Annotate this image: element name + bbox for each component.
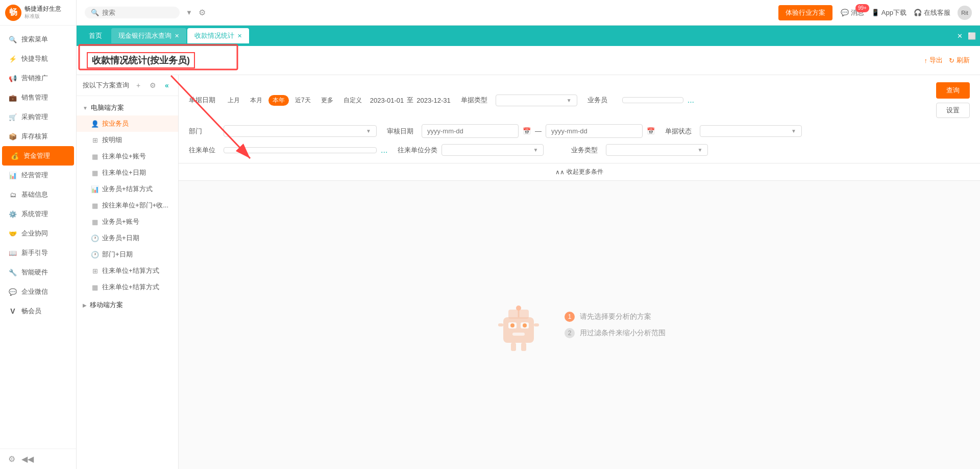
- svg-rect-0: [503, 317, 534, 343]
- sidebar-item-sales[interactable]: 💼 销售管理: [0, 88, 76, 107]
- doc-status-arrow: ▼: [791, 128, 796, 134]
- dept-date-icon: 🕐: [91, 250, 99, 259]
- sidebar-item-marketing[interactable]: 📢 营销推广: [0, 68, 76, 88]
- plan-item-salesperson-method[interactable]: 📊 业务员+结算方式: [77, 181, 178, 197]
- vendor-more-button[interactable]: ...: [381, 146, 387, 155]
- topbar-search-box[interactable]: 🔍: [85, 7, 180, 18]
- topbar-settings-icon[interactable]: ⚙: [199, 8, 206, 17]
- collapse-sidebar-icon[interactable]: ◀◀: [21, 454, 34, 464]
- date-tab-custom[interactable]: 自定义: [339, 95, 366, 106]
- collapse-bar[interactable]: ∧∧ 收起更多条件: [179, 163, 980, 181]
- tab-home[interactable]: 首页: [81, 28, 110, 43]
- doc-status-select[interactable]: ▼: [700, 125, 802, 137]
- date-tab-this-year[interactable]: 本年: [268, 95, 289, 106]
- plan-item-dept-date[interactable]: 🕐 部门+日期: [77, 246, 178, 263]
- plan-group-desktop-title[interactable]: ▼ 电脑端方案: [77, 100, 178, 115]
- trial-button[interactable]: 体验行业方案: [778, 5, 832, 20]
- tab-close-collection-stat[interactable]: ✕: [237, 33, 242, 39]
- audit-date-to[interactable]: [546, 124, 643, 138]
- doc-type-select[interactable]: ▼: [496, 95, 577, 106]
- sales-icon: 💼: [8, 93, 17, 102]
- add-plan-button[interactable]: +: [133, 80, 143, 90]
- sidebar-item-system[interactable]: ⚙️ 系统管理: [0, 204, 76, 224]
- sidebar-item-quick-nav[interactable]: ⚡ 快捷导航: [0, 49, 76, 68]
- svg-point-4: [523, 323, 527, 327]
- filter-buttons: 查询 设置: [936, 82, 970, 118]
- date-tab-last-month[interactable]: 上月: [224, 95, 244, 106]
- vendor-cat-select[interactable]: ▼: [442, 144, 544, 156]
- biz-type-arrow: ▼: [697, 147, 702, 153]
- export-button[interactable]: ↑ 导出: [924, 56, 943, 65]
- app-download-button[interactable]: 📱 App下载: [871, 8, 906, 17]
- plan-item-by-detail[interactable]: ⊞ 按明细: [77, 132, 178, 148]
- plan-group-mobile: ▶ 移动端方案: [77, 297, 178, 313]
- refresh-button[interactable]: ↻ 刷新: [949, 56, 970, 65]
- topbar-dropdown-icon[interactable]: ▼: [186, 9, 192, 16]
- salesperson-select[interactable]: [622, 97, 683, 103]
- tab-collection-stat[interactable]: 收款情况统计 ✕: [187, 28, 249, 43]
- tab-maximize-icon[interactable]: ⬜: [968, 32, 976, 40]
- sidebar-item-purchase[interactable]: 🛒 采购管理: [0, 107, 76, 127]
- plan-item-salesperson-account[interactable]: ▦ 业务员+账号: [77, 214, 178, 230]
- salesperson-more-button[interactable]: ...: [688, 96, 694, 105]
- setting-button[interactable]: 设置: [936, 103, 970, 118]
- finance-icon: 💰: [10, 151, 19, 160]
- filter-row-2: 部门 ▼ 审核日期 📅 — 📅: [189, 124, 970, 138]
- dept-select[interactable]: ▼: [224, 125, 377, 137]
- topbar-right: 体验行业方案 💬 消息 99+ 📱 App下载 🎧 在线客服 Rit: [778, 5, 972, 20]
- sidebar-item-search-menu[interactable]: 🔍 搜索菜单: [0, 30, 76, 49]
- sidebar-item-hardware[interactable]: 🔧 智能硬件: [0, 263, 76, 282]
- filter-area: 单据日期 上月 本月 本年 近7天 更多 自定义 2023-01-01 至: [179, 75, 980, 163]
- date-tab-this-month[interactable]: 本月: [246, 95, 266, 106]
- filter-biz-type-item: 业务类型 ▼: [571, 144, 734, 156]
- date-tab-more[interactable]: 更多: [317, 95, 337, 106]
- svg-rect-8: [511, 343, 516, 351]
- filter-salesperson-item: 业务员 ...: [587, 96, 694, 105]
- audit-date-from-cal-icon[interactable]: 📅: [523, 127, 531, 135]
- sidebar-item-vip[interactable]: V 畅会员: [0, 301, 76, 321]
- tab-close-all-icon[interactable]: ✕: [957, 32, 963, 40]
- message-button[interactable]: 💬 消息 99+: [841, 8, 864, 17]
- topbar-search-input[interactable]: [102, 9, 174, 16]
- date-tab-7days[interactable]: 近7天: [291, 95, 315, 106]
- page-title: 收款情况统计(按业务员): [87, 52, 195, 68]
- date-label: 单据日期: [189, 96, 219, 105]
- svg-rect-7: [534, 323, 539, 326]
- plan-item-vendor-account[interactable]: ▦ 往来单位+账号: [77, 148, 178, 165]
- plan-item-salesperson-date[interactable]: 🕐 业务员+日期: [77, 230, 178, 246]
- plan-settings-button[interactable]: ⚙: [148, 80, 158, 90]
- sidebar-item-operations[interactable]: 📊 经营管理: [0, 166, 76, 185]
- right-panel: 单据日期 上月 本月 本年 近7天 更多 自定义 2023-01-01 至: [179, 75, 980, 469]
- settings-bottom-icon[interactable]: ⚙: [8, 454, 15, 464]
- query-button[interactable]: 查询: [936, 82, 970, 99]
- collapse-panel-button[interactable]: «: [162, 80, 172, 90]
- sidebar-item-guide[interactable]: 📖 新手引导: [0, 243, 76, 263]
- audit-date-to-cal-icon[interactable]: 📅: [647, 127, 655, 135]
- sidebar-item-enterprise[interactable]: 🤝 企业协同: [0, 224, 76, 243]
- sidebar-label-wechat: 企业微信: [21, 287, 48, 296]
- svg-rect-9: [521, 343, 526, 351]
- sidebar-item-inventory[interactable]: 📦 库存核算: [0, 127, 76, 146]
- sidebar-item-base[interactable]: 🗂 基础信息: [0, 185, 76, 204]
- doc-type-arrow: ▼: [567, 98, 572, 103]
- plan-item-vendor-date[interactable]: ▦ 往来单位+日期: [77, 165, 178, 181]
- plan-item-vendor-dept[interactable]: ▦ 按往来单位+部门+收...: [77, 197, 178, 214]
- filter-row-3: 往来单位 ... 往来单位分类 ▼ 业务类型: [189, 144, 970, 156]
- biz-type-select[interactable]: ▼: [606, 144, 708, 156]
- audit-date-from[interactable]: [422, 124, 519, 138]
- sidebar-bottom: ⚙ ◀◀: [0, 449, 76, 469]
- online-service-button[interactable]: 🎧 在线客服: [914, 8, 950, 17]
- user-avatar-button[interactable]: Rit: [958, 6, 972, 20]
- sidebar-item-finance[interactable]: 💰 资金管理: [2, 146, 74, 166]
- purchase-icon: 🛒: [8, 112, 17, 122]
- plan-item-by-salesperson[interactable]: 👤 按业务员: [77, 115, 178, 132]
- plan-group-mobile-title[interactable]: ▶ 移动端方案: [77, 297, 178, 313]
- plan-item-vendor-method1[interactable]: ⊞ 往来单位+结算方式: [77, 263, 178, 279]
- plan-item-vendor-method2[interactable]: ▦ 往来单位+结算方式: [77, 279, 178, 295]
- refresh-icon: ↻: [949, 57, 954, 64]
- vendor-account-icon: ▦: [91, 152, 99, 160]
- sidebar-item-wechat[interactable]: 💬 企业微信: [0, 282, 76, 301]
- tab-bank-flow[interactable]: 现金银行流水查询 ✕: [111, 28, 186, 43]
- vendor-select[interactable]: [224, 147, 377, 153]
- tab-close-bank-flow[interactable]: ✕: [175, 33, 179, 39]
